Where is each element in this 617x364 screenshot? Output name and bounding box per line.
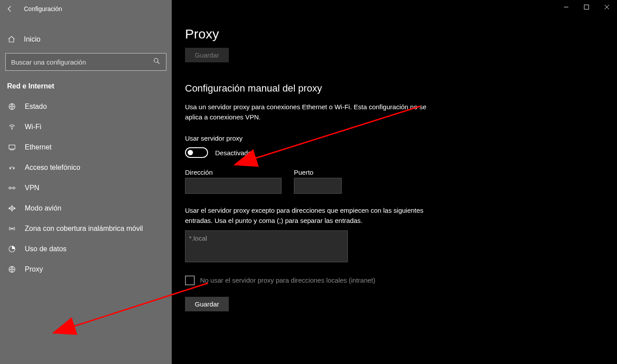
dialup-icon bbox=[7, 164, 17, 172]
hotspot-icon bbox=[7, 225, 17, 233]
datausage-icon bbox=[7, 245, 17, 253]
svg-point-2 bbox=[12, 129, 12, 130]
home-icon bbox=[7, 35, 16, 43]
manual-proxy-title: Configuración manual del proxy bbox=[185, 83, 604, 94]
ethernet-icon bbox=[7, 143, 17, 151]
main-panel: Proxy Guardar Configuración manual del p… bbox=[172, 0, 617, 364]
sidebar: Configuración Inicio Red e Internet Esta… bbox=[0, 0, 172, 364]
svg-point-4 bbox=[10, 168, 11, 169]
vpn-icon bbox=[7, 184, 17, 192]
use-proxy-label: Usar servidor proxy bbox=[185, 134, 604, 142]
window-controls bbox=[556, 0, 617, 14]
exceptions-textarea[interactable] bbox=[185, 230, 348, 262]
sidebar-item-label: Uso de datos bbox=[25, 245, 66, 253]
sidebar-item-estado[interactable]: Estado bbox=[0, 96, 172, 117]
port-label: Puerto bbox=[294, 169, 342, 176]
svg-rect-3 bbox=[9, 145, 15, 149]
svg-point-8 bbox=[12, 228, 12, 229]
sidebar-item-label: Proxy bbox=[25, 265, 43, 273]
address-input[interactable] bbox=[185, 178, 282, 194]
sidebar-item-wifi[interactable]: Wi-Fi bbox=[0, 117, 172, 137]
sidebar-section-label: Red e Internet bbox=[0, 71, 172, 96]
sidebar-item-label: Estado bbox=[25, 103, 47, 111]
local-addresses-label: No usar el servidor proxy para direccion… bbox=[200, 276, 375, 284]
svg-point-7 bbox=[13, 187, 15, 189]
sidebar-item-ethernet[interactable]: Ethernet bbox=[0, 137, 172, 157]
window-title-row: Configuración bbox=[0, 0, 172, 18]
minimize-button[interactable] bbox=[556, 0, 576, 14]
wifi-icon bbox=[7, 123, 17, 131]
save-top-button[interactable]: Guardar bbox=[185, 48, 229, 62]
sidebar-item-hotspot[interactable]: Zona con cobertura inalámbrica móvil bbox=[0, 218, 172, 239]
sidebar-item-airplane[interactable]: Modo avión bbox=[0, 198, 172, 218]
address-label: Dirección bbox=[185, 169, 282, 176]
svg-point-5 bbox=[13, 168, 14, 169]
svg-rect-11 bbox=[584, 5, 589, 9]
sidebar-item-proxy[interactable]: Proxy bbox=[0, 259, 172, 280]
sidebar-item-home[interactable]: Inicio bbox=[0, 31, 172, 48]
search-box[interactable] bbox=[5, 53, 166, 71]
home-label: Inicio bbox=[24, 35, 40, 43]
save-bottom-button[interactable]: Guardar bbox=[185, 297, 229, 311]
sidebar-item-label: Acceso telefónico bbox=[25, 164, 80, 172]
page-title: Proxy bbox=[185, 27, 604, 42]
manual-proxy-desc: Usa un servidor proxy para conexiones Et… bbox=[185, 102, 433, 122]
sidebar-item-label: VPN bbox=[25, 184, 39, 192]
search-input[interactable] bbox=[11, 58, 153, 66]
toggle-state-label: Desactivado bbox=[215, 149, 252, 157]
sidebar-item-datausage[interactable]: Uso de datos bbox=[0, 239, 172, 259]
sidebar-item-label: Modo avión bbox=[25, 204, 62, 212]
sidebar-item-dialup[interactable]: Acceso telefónico bbox=[0, 157, 172, 178]
window-title: Configuración bbox=[24, 5, 62, 12]
content: Proxy Guardar Configuración manual del p… bbox=[172, 0, 617, 320]
close-button[interactable] bbox=[597, 0, 617, 14]
local-addresses-checkbox[interactable] bbox=[185, 276, 195, 285]
back-button[interactable] bbox=[4, 4, 15, 14]
sidebar-item-vpn[interactable]: VPN bbox=[0, 178, 172, 198]
exceptions-label: Usar el servidor proxy excepto para dire… bbox=[185, 205, 433, 226]
svg-point-6 bbox=[9, 187, 11, 189]
search-icon bbox=[153, 57, 161, 67]
svg-point-0 bbox=[154, 58, 158, 62]
globe-icon bbox=[7, 103, 17, 111]
maximize-button[interactable] bbox=[576, 0, 597, 14]
port-input[interactable] bbox=[294, 178, 342, 194]
sidebar-item-label: Zona con cobertura inalámbrica móvil bbox=[25, 225, 143, 233]
use-proxy-toggle[interactable] bbox=[185, 147, 208, 158]
proxy-icon bbox=[7, 265, 17, 273]
sidebar-item-label: Ethernet bbox=[25, 143, 51, 151]
toggle-knob-icon bbox=[188, 150, 193, 155]
sidebar-item-label: Wi-Fi bbox=[25, 123, 41, 131]
airplane-icon bbox=[7, 204, 17, 212]
